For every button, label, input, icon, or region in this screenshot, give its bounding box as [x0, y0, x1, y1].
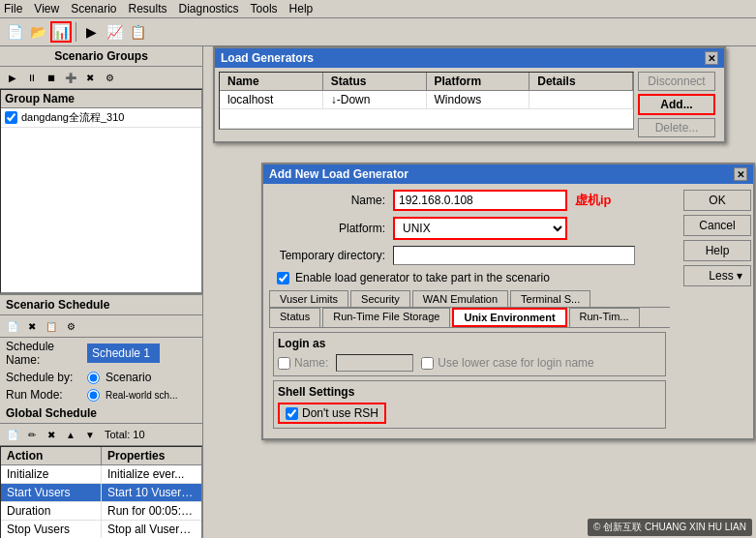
gs-row-duration[interactable]: Duration Run for 00:05:00 (HH:M...	[1, 502, 201, 521]
run-mode-label: Run Mode:	[6, 388, 83, 402]
dont-use-rsh-checkbox[interactable]	[286, 407, 298, 420]
tab-status[interactable]: Status	[269, 308, 320, 327]
schedule-name-input[interactable]	[87, 344, 160, 363]
anlg-tempdir-label: Temporary directory:	[269, 249, 385, 262]
table-button[interactable]: 📋	[127, 21, 148, 43]
gs-row-initialize[interactable]: Initialize Initialize ever...	[1, 465, 201, 484]
gs-toolbar: 📄 ✏ ✖ ▲ ▼ Total: 10	[0, 424, 202, 446]
anlg-tabs-row1: Vuser Limits Security WAN Emulation Term…	[269, 290, 670, 308]
chart-button[interactable]: 📈	[104, 21, 125, 43]
sg-add-btn[interactable]: ➕	[62, 69, 79, 86]
ss-delete-btn[interactable]: ✖	[23, 317, 41, 335]
ss-new-btn[interactable]: 📄	[4, 317, 21, 335]
lg-row-empty	[220, 109, 633, 129]
gs-delete-btn[interactable]: ✖	[43, 426, 60, 443]
sg-config-btn[interactable]: ⚙	[101, 69, 118, 86]
anlg-platform-field: Platform: UNIX Windows Linux	[269, 217, 670, 240]
tab-runtime-file[interactable]: Run-Time File Storage	[322, 308, 450, 327]
sg-pause-btn[interactable]: ⏸	[23, 69, 41, 86]
tab-unix-environment[interactable]: Unix Environment	[452, 308, 566, 327]
menu-file[interactable]: File	[4, 2, 22, 15]
lg-cell-name: localhost	[220, 91, 323, 108]
gs-row-start-vusers[interactable]: Start Vusers Start 10 Vusers: 2 eve...	[1, 484, 201, 502]
anlg-enable-label: Enable load generator to take part in th…	[295, 271, 550, 284]
global-schedule-table: Action Properties Initialize Initialize …	[0, 446, 202, 538]
ss-copy-btn[interactable]: 📋	[43, 317, 60, 335]
separator	[76, 22, 76, 42]
lg-table-header: Name Status Platform Details	[220, 73, 633, 91]
record-button[interactable]: 📊	[50, 21, 72, 43]
scenario-groups-table: Group Name dangdang全流程_310	[0, 89, 202, 293]
lg-col-status: Status	[323, 73, 427, 90]
gs-props-initialize: Initialize ever...	[102, 465, 201, 483]
schedule-by-label: Schedule by:	[6, 371, 83, 384]
sg-play-btn[interactable]: ▶	[4, 69, 21, 86]
tab-terminal-s[interactable]: Terminal S...	[510, 290, 590, 307]
sg-row-checkbox[interactable]	[5, 111, 17, 124]
menu-help[interactable]: Help	[289, 2, 314, 15]
lg-close-btn[interactable]: ✕	[705, 51, 718, 65]
menu-diagnostics[interactable]: Diagnostics	[179, 2, 239, 15]
toolbar: 📄 📂 📊 ▶ 📈 📋	[0, 18, 756, 46]
sg-table-row[interactable]: dangdang全流程_310	[1, 108, 201, 128]
anlg-tabs-row2: Status Run-Time File Storage Unix Enviro…	[269, 308, 670, 328]
dont-use-rsh-label: Don't use RSH	[302, 406, 378, 420]
menubar: File View Scenario Results Diagnostics T…	[0, 0, 756, 18]
dont-use-rsh-container: Don't use RSH	[278, 403, 386, 424]
lg-row-localhost[interactable]: localhost ↓-Down Windows	[220, 91, 633, 109]
gs-add-btn[interactable]: 📄	[4, 426, 21, 443]
menu-view[interactable]: View	[34, 2, 59, 15]
gs-up-btn[interactable]: ▲	[62, 426, 79, 443]
menu-scenario[interactable]: Scenario	[71, 2, 116, 15]
anlg-platform-select[interactable]: UNIX Windows Linux	[393, 217, 567, 240]
tab-wan-emulation[interactable]: WAN Emulation	[412, 290, 508, 307]
lg-col-details: Details	[529, 73, 633, 90]
anlg-less-btn[interactable]: Less ▾	[683, 265, 751, 286]
gs-table-header: Action Properties	[1, 447, 201, 465]
new-button[interactable]: 📄	[4, 21, 25, 43]
login-name-input[interactable]	[336, 354, 413, 372]
gs-row-stop-vusers[interactable]: Stop Vusers Stop all Vusers: 5 eve...	[1, 521, 201, 538]
anlg-ok-btn[interactable]: OK	[683, 190, 751, 211]
run-button[interactable]: ▶	[80, 21, 102, 43]
tab-security[interactable]: Security	[350, 290, 410, 307]
sg-stop-btn[interactable]: ⏹	[43, 69, 60, 86]
sg-remove-btn[interactable]: ✖	[81, 69, 99, 86]
anlg-help-btn[interactable]: Help	[683, 240, 751, 261]
anlg-name-input[interactable]	[393, 190, 567, 211]
run-mode-value: Real-world sch...	[106, 390, 177, 401]
schedule-name-label: Schedule Name:	[6, 340, 83, 367]
global-schedule-header: Global Schedule	[0, 404, 202, 424]
run-mode-field: Run Mode: Real-world sch...	[0, 386, 202, 404]
tab-vuser-limits[interactable]: Vuser Limits	[269, 290, 348, 307]
menu-results[interactable]: Results	[129, 2, 167, 15]
sg-row-name: dangdang全流程_310	[21, 110, 124, 125]
schedule-name-field: Schedule Name:	[0, 338, 202, 369]
left-panel: Scenario Groups ▶ ⏸ ⏹ ➕ ✖ ⚙ Group Name d…	[0, 46, 203, 538]
lg-delete-btn[interactable]: Delete...	[638, 118, 715, 137]
ss-config-btn[interactable]: ⚙	[62, 317, 79, 335]
anlg-tempdir-input[interactable]	[393, 246, 635, 265]
schedule-by-radio: Scenario	[87, 371, 151, 384]
anlg-name-field: Name: 虚机ip	[269, 190, 670, 211]
right-area: Load Generators ✕ Name Status Platform D…	[203, 46, 756, 538]
login-lowercase-checkbox[interactable]	[421, 357, 434, 370]
tab-runtime2[interactable]: Run-Tim...	[569, 308, 640, 327]
anlg-cancel-btn[interactable]: Cancel	[683, 215, 751, 236]
lg-add-btn[interactable]: Add...	[638, 94, 715, 115]
schedule-by-scenario-radio[interactable]	[87, 372, 100, 384]
login-name-checkbox[interactable]	[278, 357, 290, 370]
lg-table: Name Status Platform Details localhost ↓…	[219, 72, 634, 130]
anlg-enable-checkbox[interactable]	[277, 272, 289, 284]
gs-down-btn[interactable]: ▼	[81, 426, 99, 443]
gs-props-stop-vusers: Stop all Vusers: 5 eve...	[102, 521, 201, 538]
lg-disconnect-btn[interactable]: Disconnect	[638, 72, 715, 91]
main-layout: Scenario Groups ▶ ⏸ ⏹ ➕ ✖ ⚙ Group Name d…	[0, 46, 756, 538]
gs-edit-btn[interactable]: ✏	[23, 426, 41, 443]
run-mode-realworld-radio[interactable]	[87, 389, 100, 402]
anlg-close-btn[interactable]: ✕	[734, 167, 747, 181]
lg-content: Name Status Platform Details localhost ↓…	[215, 68, 724, 141]
gs-action-stop-vusers: Stop Vusers	[1, 521, 102, 538]
open-button[interactable]: 📂	[27, 21, 48, 43]
menu-tools[interactable]: Tools	[251, 2, 278, 15]
